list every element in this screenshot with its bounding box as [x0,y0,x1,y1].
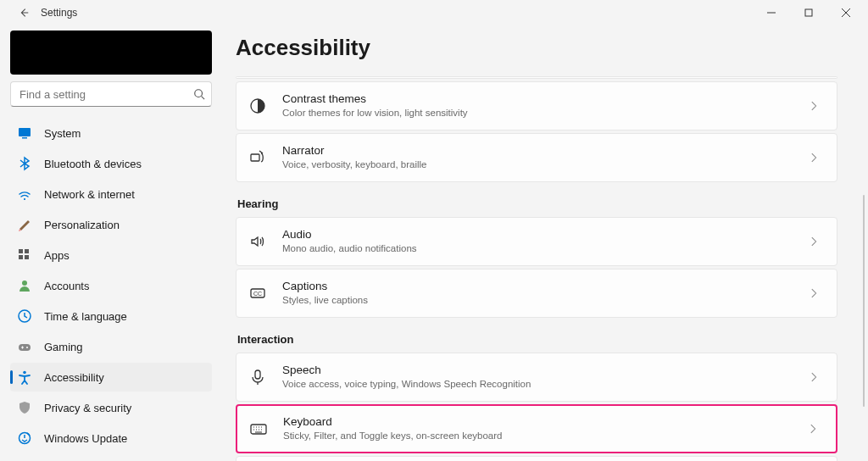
card-subtitle: Voice, verbosity, keyboard, braille [282,158,808,171]
close-icon [842,8,850,17]
chevron-right-icon [808,149,821,166]
time-icon [17,308,32,324]
bluetooth-icon [17,156,32,171]
sidebar-item-label: System [44,127,81,140]
sidebar-item-system[interactable]: System [10,119,212,147]
scroll-cut-card [236,76,837,79]
page-title: Accessibility [236,35,837,61]
sidebar-item-bluetooth[interactable]: Bluetooth & devices [10,149,212,178]
narrator-icon [248,148,267,167]
speech-icon [248,368,267,386]
sidebar-item-time[interactable]: Time & language [10,302,212,330]
sidebar-item-network[interactable]: Network & internet [10,180,212,208]
sidebar-item-label: Accessibility [44,371,104,384]
chevron-right-icon [808,97,821,114]
audio-icon [248,232,267,251]
contrast-icon [248,97,267,115]
sidebar-item-update[interactable]: Windows Update [10,424,212,453]
sidebar-item-label: Accounts [44,280,89,292]
svg-line-5 [202,97,205,100]
accessibility-icon [17,369,32,385]
network-icon [17,186,32,202]
back-button[interactable] [14,3,34,23]
card-body: NarratorVoice, verbosity, keyboard, brai… [282,144,808,171]
setting-card-captions[interactable]: CaptionsStyles, live captions [236,269,837,318]
setting-card-mouse[interactable]: MouseMouse keys, speed, acceleration [236,456,837,461]
privacy-icon [17,400,32,415]
setting-card-audio[interactable]: AudioMono audio, audio notifications [236,217,837,266]
card-body: AudioMono audio, audio notifications [282,228,808,255]
arrow-left-icon [18,7,30,19]
maximize-icon [804,8,813,17]
card-title: Keyboard [283,415,807,430]
gaming-icon [17,339,32,354]
minimize-button[interactable] [753,0,790,25]
card-subtitle: Voice access, voice typing, Windows Spee… [282,378,808,391]
setting-card-narrator[interactable]: NarratorVoice, verbosity, keyboard, brai… [236,133,837,182]
sidebar-item-personalization[interactable]: Personalization [10,210,212,239]
chevron-right-icon [807,420,821,437]
card-subtitle: Color themes for low vision, light sensi… [282,107,808,119]
chevron-right-icon [808,369,821,386]
search-icon [193,88,205,100]
card-title: Contrast themes [282,92,808,107]
minimize-icon [767,8,776,17]
captions-icon [248,284,267,303]
card-subtitle: Sticky, Filter, and Toggle keys, on-scre… [283,430,807,442]
svg-point-4 [195,90,203,97]
section-label: Interaction [237,333,837,346]
sidebar: SystemBluetooth & devicesNetwork & inter… [0,25,222,461]
titlebar: Settings [0,0,868,25]
card-body: Contrast themesColor themes for low visi… [282,92,808,119]
card-title: Audio [282,228,808,242]
sidebar-nav: SystemBluetooth & devicesNetwork & inter… [10,119,212,453]
sidebar-item-label: Time & language [44,310,127,323]
card-subtitle: Styles, live captions [282,294,808,307]
apps-icon [17,247,32,263]
svg-rect-1 [805,9,812,16]
sidebar-item-label: Personalization [44,219,120,231]
setting-card-speech[interactable]: SpeechVoice access, voice typing, Window… [236,353,837,402]
sidebar-item-label: Windows Update [44,432,127,445]
search-container [10,81,212,107]
card-title: Captions [282,280,808,294]
sidebar-item-label: Bluetooth & devices [44,158,142,170]
sidebar-item-label: Network & internet [44,188,135,201]
setting-card-keyboard[interactable]: KeyboardSticky, Filter, and Toggle keys,… [236,404,837,453]
setting-card-contrast[interactable]: Contrast themesColor themes for low visi… [236,81,837,131]
card-subtitle: Mono audio, audio notifications [282,242,808,255]
sidebar-item-label: Gaming [44,341,83,353]
window-controls [753,0,865,25]
maximize-button[interactable] [790,0,827,25]
account-block[interactable] [10,31,212,75]
sidebar-item-label: Privacy & security [44,402,131,414]
accounts-icon [17,278,32,293]
card-title: Speech [282,364,808,378]
sidebar-item-accessibility[interactable]: Accessibility [10,363,212,392]
card-body: CaptionsStyles, live captions [282,280,808,307]
scrollbar-thumb[interactable] [863,195,865,407]
section-label: Hearing [237,197,837,210]
chevron-right-icon [808,233,821,250]
sidebar-item-label: Apps [44,249,70,262]
close-button[interactable] [827,0,865,25]
search-input[interactable] [10,81,212,107]
system-icon [17,125,32,141]
update-icon [17,430,32,446]
keyboard-icon [249,419,268,438]
card-body: KeyboardSticky, Filter, and Toggle keys,… [283,415,807,442]
card-title: Narrator [282,144,808,158]
card-body: SpeechVoice access, voice typing, Window… [282,364,808,391]
chevron-right-icon [808,285,821,302]
sidebar-item-accounts[interactable]: Accounts [10,271,212,300]
sidebar-item-apps[interactable]: Apps [10,241,212,269]
main-content: Accessibility Contrast themesColor theme… [222,25,868,461]
sidebar-item-gaming[interactable]: Gaming [10,332,212,361]
personalization-icon [17,217,32,232]
app-title: Settings [41,7,77,19]
sidebar-item-privacy[interactable]: Privacy & security [10,393,212,422]
